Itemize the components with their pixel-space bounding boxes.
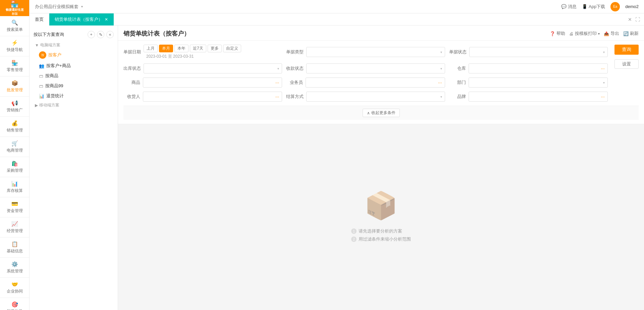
app-download-label: App下载: [589, 4, 605, 10]
export-icon: 📤: [604, 31, 609, 36]
sidebar-item-new-guide[interactable]: 🎯 新手引导: [0, 298, 30, 310]
date-btn-more[interactable]: 更多: [208, 45, 222, 52]
edit-scheme-btn[interactable]: ✎: [97, 31, 104, 38]
sidebar-item-quick-nav[interactable]: ⚡ 快捷导航: [0, 36, 30, 56]
help-btn[interactable]: ❓ 帮助: [550, 31, 565, 37]
help-icon: ❓: [550, 31, 555, 36]
settings-button[interactable]: 设置: [614, 59, 639, 69]
goods-ellipsis[interactable]: ···: [275, 80, 279, 85]
out-status-select[interactable]: ▾: [144, 63, 282, 73]
brand-select[interactable]: ···: [469, 92, 608, 102]
expand-toggle-icon: ▼: [35, 43, 39, 48]
receiver-label: 收货人: [123, 94, 140, 100]
out-status-label: 出库状态: [123, 65, 141, 71]
tree-item-by-goods[interactable]: 🗃 按商品: [30, 71, 118, 81]
sidebar-item-finance[interactable]: 💳 资金管理: [0, 197, 30, 217]
app-download-btn[interactable]: 📱 App下载: [582, 4, 605, 10]
warehouse-select[interactable]: ···: [469, 63, 608, 73]
return-stat-icon: 📊: [39, 94, 44, 99]
status-label: 单据状态: [449, 49, 467, 55]
sidebar-item-operations[interactable]: 📈 经营管理: [0, 217, 30, 238]
tree-item-by-customer[interactable]: 按 按客户: [30, 49, 118, 61]
tree-item-customer-goods[interactable]: 👥 按客户+商品: [30, 61, 118, 71]
type-select[interactable]: ▾: [306, 47, 445, 57]
tab-close-icon[interactable]: ✕: [105, 17, 108, 22]
dept-select[interactable]: ▾: [469, 78, 608, 88]
filter-salesperson-cell: 业务员 ···: [286, 78, 445, 88]
sidebar-item-system[interactable]: ⚙️ 系统管理: [0, 258, 30, 278]
brand-label: 品牌: [449, 94, 466, 100]
user-name: demo2: [625, 4, 639, 9]
filter-goods-cell: 商品 ···: [123, 78, 282, 88]
sidebar-item-retail[interactable]: 🏪 零售管理: [0, 56, 30, 76]
hint-1-num: 1: [351, 228, 357, 234]
left-panel-actions: + ✎ «: [88, 31, 114, 38]
content-area: 按以下方案查询 + ✎ « ▼ 电脑端方案 按 按客户 👥 按客户+商品: [30, 25, 644, 310]
maximize-window-icon[interactable]: ⛶: [635, 17, 640, 22]
warehouse-label: 仓库: [449, 65, 466, 71]
left-panel: 按以下方案查询 + ✎ « ▼ 电脑端方案 按 按客户 👥 按客户+商品: [30, 25, 118, 310]
print-btn[interactable]: 🖨 按模板打印 ▾: [569, 31, 600, 37]
filter-dept-cell: 部门 ▾: [449, 78, 608, 88]
date-btn-7days[interactable]: 近7天: [190, 45, 206, 52]
ecommerce-icon: 🛒: [2, 140, 28, 147]
by-customer-label: 按客户: [48, 52, 61, 58]
sidebar-item-corp-collab[interactable]: 🤝 企业协同: [0, 278, 30, 298]
sidebar-item-label: 销售管理: [2, 127, 28, 133]
sidebar-item-sales[interactable]: 💰 销售管理: [0, 117, 30, 137]
sidebar-item-marketing[interactable]: 📢 营销推广: [0, 97, 30, 117]
settlement-select[interactable]: ▾: [306, 92, 445, 102]
sidebar-item-ecommerce[interactable]: 🛒 电商管理: [0, 137, 30, 157]
sidebar-item-wholesale[interactable]: 📦 批发管理: [0, 76, 30, 97]
refresh-icon: 🔄: [623, 31, 629, 36]
recv-status-label: 收款状态: [286, 65, 304, 71]
mobile-section-header[interactable]: ▶ 移动端方案: [30, 101, 118, 109]
by-goods-label: 按商品: [45, 73, 58, 79]
export-btn[interactable]: 📤 导出: [604, 31, 619, 37]
message-btn[interactable]: 💬 消息: [561, 4, 577, 10]
date-btn-last-month[interactable]: 上月: [144, 45, 158, 52]
goods-label: 商品: [123, 80, 140, 86]
filter-date-cell: 单据日期 上月 本月 本年 近7天 更多 自定义: [123, 45, 282, 59]
logo-icon: 🏪: [10, 0, 19, 8]
sidebar-item-purchase[interactable]: 🛍️ 采购管理: [0, 157, 30, 177]
left-panel-title: 按以下方案查询: [34, 32, 64, 38]
sidebar-item-label: 库存核算: [2, 188, 28, 194]
sidebar-item-search-menu[interactable]: 🔍 搜索菜单: [0, 16, 30, 36]
add-scheme-btn[interactable]: +: [88, 31, 95, 38]
close-window-icon[interactable]: ✕: [628, 17, 632, 22]
sidebar-item-label: 营销推广: [2, 107, 28, 113]
sidebar-item-basic[interactable]: 📋 基础信息: [0, 238, 30, 258]
goods-select[interactable]: ···: [143, 78, 282, 88]
tree-item-goods99[interactable]: 🗃 按商品99: [30, 81, 118, 91]
customer-goods-label: 按客户+商品: [46, 63, 71, 69]
receiver-ellipsis[interactable]: ···: [275, 94, 279, 99]
salesperson-ellipsis[interactable]: ···: [438, 80, 442, 85]
brand-ellipsis[interactable]: ···: [601, 94, 605, 99]
receiver-select[interactable]: ···: [143, 92, 282, 102]
tab-home[interactable]: 首页: [30, 13, 49, 25]
query-button[interactable]: 查询: [614, 45, 639, 55]
desktop-section-header[interactable]: ▼ 电脑端方案: [30, 41, 118, 49]
company-dropdown-arrow[interactable]: ▾: [81, 5, 83, 8]
filter-warehouse-cell: 仓库 ···: [449, 63, 608, 73]
date-btn-this-month[interactable]: 本月: [159, 45, 173, 52]
salesperson-select[interactable]: ···: [306, 78, 445, 88]
recv-status-select[interactable]: ▾: [306, 63, 445, 73]
warehouse-ellipsis[interactable]: ···: [601, 66, 605, 71]
goods99-icon: 🗃: [39, 84, 43, 89]
status-select[interactable]: ▾: [469, 47, 608, 57]
collapse-panel-btn[interactable]: «: [106, 31, 114, 38]
collapse-conditions-btn[interactable]: ∧ 收起更多条件: [363, 109, 400, 117]
refresh-btn[interactable]: 🔄 刷新: [623, 31, 639, 37]
type-arrow-icon: ▾: [440, 50, 442, 54]
date-btn-this-year[interactable]: 本年: [174, 45, 189, 52]
tree-item-return-stat[interactable]: 📊 退货统计: [30, 91, 118, 101]
sidebar-item-inventory[interactable]: 📊 库存核算: [0, 177, 30, 197]
tab-sales-stat[interactable]: 销货单统计表（按客户） ✕: [49, 13, 114, 25]
retail-icon: 🏪: [2, 60, 28, 66]
date-btn-custom[interactable]: 自定义: [223, 45, 241, 52]
date-range-text: 2023-03-01 至 2023-03-31: [146, 54, 282, 59]
app-download-icon: 📱: [582, 4, 587, 9]
sidebar-item-label: 企业协同: [2, 289, 28, 294]
